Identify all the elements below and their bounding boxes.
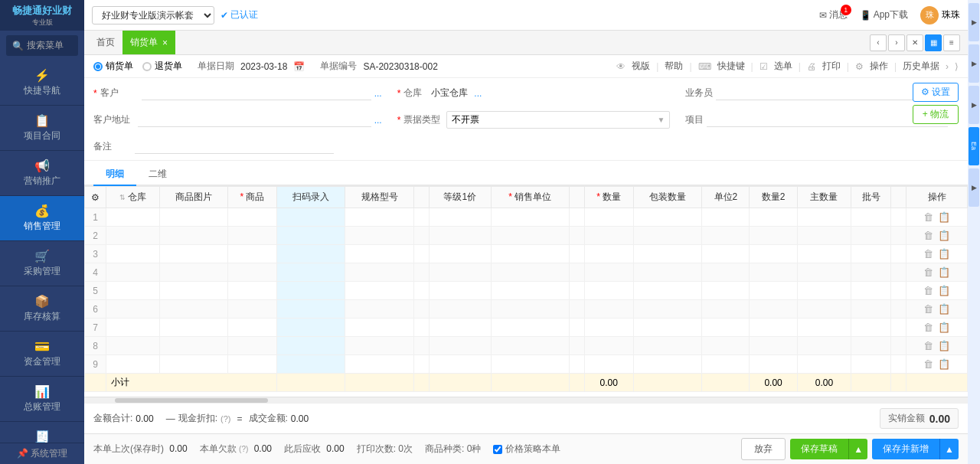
row-delete-btn[interactable]: 🗑: [923, 247, 934, 260]
right-panel-btn-3[interactable]: ▶: [969, 86, 979, 124]
cell-product[interactable]: [227, 319, 276, 337]
cell-scan[interactable]: [277, 282, 345, 300]
cell-batch[interactable]: [851, 245, 891, 263]
sidebar-search-btn[interactable]: 🔍 搜索菜单: [6, 35, 78, 56]
cell-warehouse[interactable]: [106, 282, 160, 300]
row-copy-btn[interactable]: 📋: [937, 229, 951, 242]
cell-pkg-qty[interactable]: [633, 337, 701, 355]
cell-warehouse[interactable]: [106, 245, 160, 263]
company-selector[interactable]: 好业财专业版演示帐套: [92, 6, 214, 25]
cell-scan[interactable]: [277, 300, 345, 319]
cell-pkg-qty[interactable]: [633, 282, 701, 300]
sidebar-item-quick[interactable]: ⚡ 快捷导航: [0, 60, 84, 106]
cell-main-qty[interactable]: [797, 263, 851, 282]
cell-product[interactable]: [227, 227, 276, 245]
sidebar-item-ledger[interactable]: 📊 总账管理: [0, 377, 84, 422]
view-btn[interactable]: 视版: [632, 60, 650, 73]
save-new-arrow-btn[interactable]: ▲: [939, 439, 959, 459]
sidebar-item-project[interactable]: 📋 项目合同: [0, 106, 84, 151]
cell-price[interactable]: [429, 227, 491, 245]
cell-qty[interactable]: [584, 337, 633, 355]
cell-warehouse[interactable]: [106, 208, 160, 227]
tab-home[interactable]: 首页: [89, 31, 122, 54]
cell-qty2[interactable]: [750, 319, 797, 337]
row-delete-btn[interactable]: 🗑: [923, 321, 934, 334]
row-delete-btn[interactable]: 🗑: [923, 266, 934, 279]
cell-scan[interactable]: [277, 208, 345, 227]
cell-qty[interactable]: [584, 300, 633, 319]
right-panel-btn-2[interactable]: ▶: [969, 44, 979, 83]
row-delete-btn[interactable]: 🗑: [923, 339, 934, 352]
cell-batch[interactable]: [851, 263, 891, 282]
cell-qty[interactable]: [584, 208, 633, 227]
calendar-icon[interactable]: 📅: [293, 61, 305, 72]
cell-pkg-qty[interactable]: [633, 300, 701, 319]
cell-unit[interactable]: [491, 245, 569, 263]
message-btn[interactable]: ✉ 消息 1: [819, 8, 848, 21]
cell-price[interactable]: [429, 245, 491, 263]
history-btn[interactable]: 历史单据: [903, 60, 939, 73]
cell-batch[interactable]: [851, 355, 891, 374]
cell-product[interactable]: [227, 300, 276, 319]
cell-qty[interactable]: [584, 245, 633, 263]
sidebar-item-marketing[interactable]: 📢 营销推广: [0, 151, 84, 196]
cell-scan[interactable]: [277, 337, 345, 355]
cell-qty2[interactable]: [750, 208, 797, 227]
right-panel-btn-1[interactable]: ▶: [969, 3, 979, 41]
cell-batch[interactable]: [851, 282, 891, 300]
cell-unit[interactable]: [491, 282, 569, 300]
tab-close-icon[interactable]: ×: [162, 38, 168, 48]
cell-scan[interactable]: [277, 319, 345, 337]
tab-list-btn[interactable]: ≡: [943, 34, 960, 51]
cell-batch[interactable]: [851, 300, 891, 319]
logistics-btn[interactable]: + 物流: [913, 105, 959, 124]
cell-spec[interactable]: [345, 319, 413, 337]
cell-batch[interactable]: [851, 319, 891, 337]
cell-spec[interactable]: [345, 282, 413, 300]
cell-unit[interactable]: [491, 300, 569, 319]
row-copy-btn[interactable]: 📋: [937, 211, 951, 224]
cell-warehouse[interactable]: [106, 337, 160, 355]
tab-detail-mingxi[interactable]: 明细: [93, 164, 136, 186]
row-delete-btn[interactable]: 🗑: [923, 229, 934, 242]
cell-qty[interactable]: [584, 282, 633, 300]
settings-btn[interactable]: ⚙ 设置: [913, 83, 959, 102]
save-draft-btn[interactable]: 保存草稿: [790, 439, 848, 459]
cell-main-qty[interactable]: [797, 282, 851, 300]
cell-main-qty[interactable]: [797, 208, 851, 227]
cell-spec[interactable]: [345, 355, 413, 374]
cell-product[interactable]: [227, 282, 276, 300]
horizontal-scrollbar[interactable]: [84, 397, 968, 403]
cell-main-qty[interactable]: [797, 319, 851, 337]
cell-scan[interactable]: [277, 355, 345, 374]
price-check-checkbox[interactable]: [493, 445, 502, 454]
row-copy-btn[interactable]: 📋: [937, 339, 951, 352]
cell-qty2[interactable]: [750, 245, 797, 263]
cell-main-qty[interactable]: [797, 245, 851, 263]
tab-prev-btn[interactable]: ‹: [870, 34, 887, 51]
tab-sales-order[interactable]: 销货单 ×: [122, 31, 175, 54]
cell-batch[interactable]: [851, 227, 891, 245]
cell-warehouse[interactable]: [106, 227, 160, 245]
tab-grid-btn[interactable]: ▦: [925, 34, 942, 51]
customer-dots[interactable]: ...: [374, 88, 382, 99]
cell-qty2[interactable]: [750, 263, 797, 282]
address-input[interactable]: [138, 113, 371, 127]
cell-warehouse[interactable]: [106, 319, 160, 337]
app-download-btn[interactable]: 📱 App下载: [860, 8, 908, 21]
cell-warehouse[interactable]: [106, 263, 160, 282]
scrollbar-thumb[interactable]: [115, 398, 268, 403]
cell-pkg-qty[interactable]: [633, 227, 701, 245]
right-panel-btn-active[interactable]: Ea: [969, 127, 979, 165]
row-delete-btn[interactable]: 🗑: [923, 302, 934, 315]
cell-main-qty[interactable]: [797, 337, 851, 355]
address-dots[interactable]: ...: [374, 115, 382, 126]
shortcut-btn[interactable]: 快捷键: [717, 60, 745, 73]
cell-product[interactable]: [227, 208, 276, 227]
save-new-btn[interactable]: 保存并新增: [872, 439, 939, 459]
tab-detail-ertai[interactable]: 二维: [136, 164, 179, 185]
cell-unit[interactable]: [491, 337, 569, 355]
radio-sales[interactable]: 销货单: [93, 60, 133, 73]
ticket-select[interactable]: 不开票 ▼: [446, 111, 670, 129]
row-copy-btn[interactable]: 📋: [937, 321, 951, 334]
